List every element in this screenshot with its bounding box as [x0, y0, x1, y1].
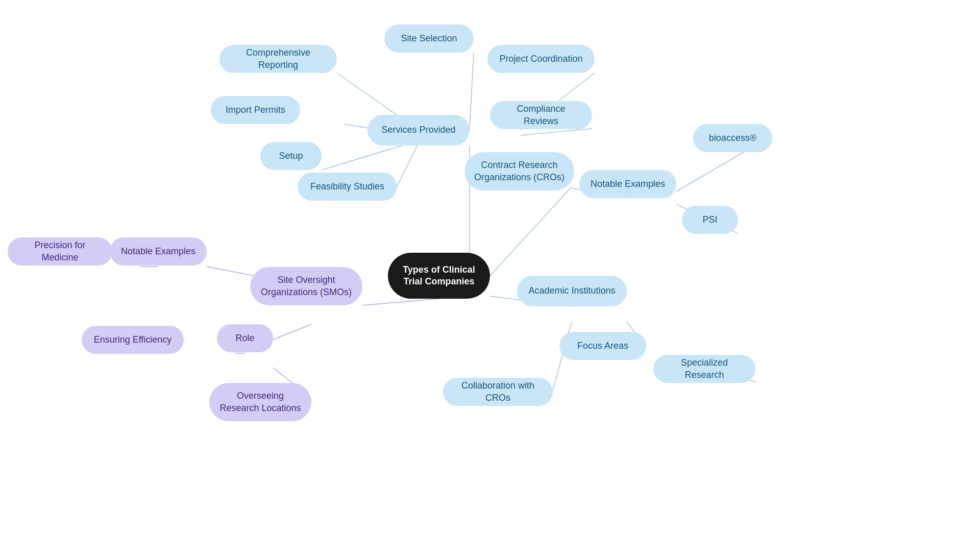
- svg-line-7: [521, 129, 592, 135]
- overseeing-research-label: Overseeing Research Locations: [218, 390, 302, 414]
- svg-line-10: [676, 152, 744, 191]
- svg-line-8: [490, 188, 571, 276]
- compliance-reviews-label: Compliance Reviews: [499, 103, 583, 127]
- feasibility-studies-label: Feasibility Studies: [310, 181, 384, 193]
- notable-examples-smo-node: Notable Examples: [110, 237, 207, 266]
- services-provided-label: Services Provided: [381, 124, 455, 136]
- project-coordination-label: Project Coordination: [499, 53, 582, 65]
- svg-line-16: [362, 299, 439, 305]
- services-provided-node: Services Provided: [368, 115, 470, 146]
- ensuring-efficiency-label: Ensuring Efficiency: [94, 334, 172, 346]
- import-permits-node: Import Permits: [211, 96, 300, 124]
- import-permits-label: Import Permits: [226, 104, 285, 116]
- bioaccess-node: bioaccess®: [693, 124, 772, 152]
- svg-line-5: [397, 143, 419, 186]
- notable-examples-smo-label: Notable Examples: [121, 246, 195, 257]
- role-label: Role: [235, 332, 254, 344]
- psi-node: PSI: [682, 206, 738, 234]
- smo-label: Site Oversight Organizations (SMOs): [259, 274, 353, 298]
- center-label: Types of Clinical Trial Companies: [397, 264, 481, 288]
- smo-node: Site Oversight Organizations (SMOs): [250, 267, 362, 305]
- role-node: Role: [217, 324, 273, 352]
- collaboration-cros-node: Collaboration with CROs: [443, 378, 553, 406]
- academic-institutions-node: Academic Institutions: [517, 276, 627, 306]
- academic-institutions-label: Academic Institutions: [528, 285, 615, 297]
- notable-examples-cro-label: Notable Examples: [591, 178, 665, 190]
- svg-line-1: [470, 53, 474, 130]
- svg-line-19: [273, 324, 311, 340]
- ensuring-efficiency-node: Ensuring Efficiency: [82, 326, 184, 354]
- precision-medicine-label: Precision for Medicine: [17, 239, 103, 263]
- psi-label: PSI: [702, 214, 717, 226]
- specialized-research-label: Specialized Research: [663, 357, 746, 381]
- overseeing-research-node: Overseeing Research Locations: [209, 383, 311, 421]
- site-selection-label: Site Selection: [401, 33, 457, 44]
- focus-areas-label: Focus Areas: [577, 340, 628, 352]
- collaboration-cros-label: Collaboration with CROs: [452, 380, 544, 404]
- setup-node: Setup: [260, 142, 322, 170]
- comprehensive-reporting-node: Comprehensive Reporting: [219, 45, 337, 73]
- project-coordination-node: Project Coordination: [487, 45, 595, 73]
- center-node: Types of Clinical Trial Companies: [388, 253, 490, 299]
- precision-medicine-node: Precision for Medicine: [8, 237, 112, 266]
- comprehensive-reporting-label: Comprehensive Reporting: [229, 47, 328, 71]
- setup-label: Setup: [279, 150, 303, 162]
- notable-examples-cro-node: Notable Examples: [579, 170, 676, 198]
- feasibility-studies-node: Feasibility Studies: [298, 173, 397, 201]
- cro-node: Contract Research Organizations (CROs): [464, 152, 574, 190]
- focus-areas-node: Focus Areas: [559, 332, 646, 360]
- compliance-reviews-node: Compliance Reviews: [490, 101, 592, 129]
- bioaccess-label: bioaccess®: [709, 132, 756, 144]
- specialized-research-node: Specialized Research: [653, 355, 755, 383]
- cro-label: Contract Research Organizations (CROs): [474, 159, 565, 183]
- site-selection-node: Site Selection: [384, 25, 474, 53]
